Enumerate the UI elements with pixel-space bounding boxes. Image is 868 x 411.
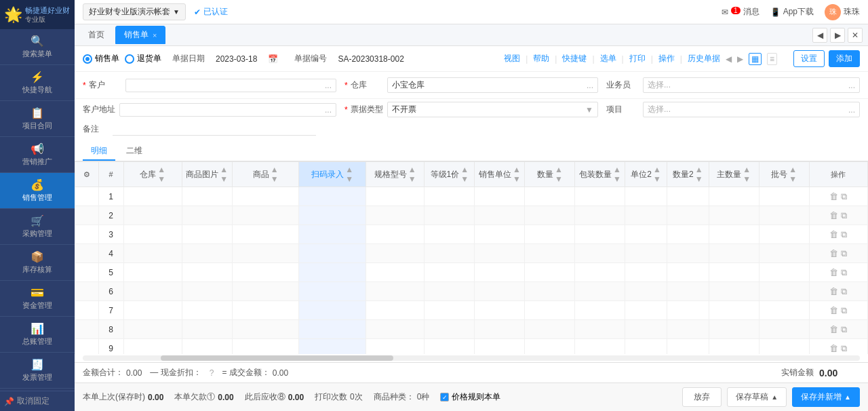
cell-mainqty-8[interactable] (709, 339, 759, 355)
cell-product-3[interactable] (232, 244, 299, 263)
sidebar-item-1[interactable]: ⚡快捷导航 (0, 65, 75, 101)
radio-return[interactable]: 退货单 (125, 53, 161, 64)
cell-pkgqty-2[interactable] (575, 225, 625, 244)
cell-warehouse-1[interactable] (123, 206, 182, 225)
cell-qty-2[interactable] (525, 225, 575, 244)
cell-qty2-2[interactable] (667, 225, 709, 244)
tab-close-btn[interactable]: ✕ (848, 28, 863, 43)
cell-mainqty-6[interactable] (709, 301, 759, 320)
cell-barcode-8[interactable] (299, 339, 366, 355)
cell-pkgqty-1[interactable] (575, 206, 625, 225)
cell-qty-6[interactable] (525, 301, 575, 320)
cell-qty-5[interactable] (525, 282, 575, 301)
th-mainqty[interactable]: 主数量▲▼ (709, 162, 759, 187)
cell-mainqty-4[interactable] (709, 263, 759, 282)
note-input[interactable] (113, 123, 316, 136)
cell-unit2-4[interactable] (625, 263, 667, 282)
copy-icon-2[interactable]: ⧉ (841, 229, 847, 240)
cell-ops-6[interactable]: 🗑 ⧉ (809, 301, 867, 320)
cell-qty2-0[interactable] (667, 187, 709, 206)
sidebar-item-9[interactable]: 🧾发票管理 (0, 353, 75, 389)
print-link[interactable]: 打印 (629, 53, 646, 64)
cell-spec-2[interactable] (366, 225, 425, 244)
delete-icon-7[interactable]: 🗑 (829, 324, 838, 334)
th-batch[interactable]: 批号▲▼ (759, 162, 809, 187)
help-icon[interactable]: ? (210, 368, 214, 378)
cell-warehouse-4[interactable] (123, 263, 182, 282)
delete-icon-4[interactable]: 🗑 (829, 267, 838, 277)
cell-barcode-5[interactable] (299, 282, 366, 301)
horizontal-scrollbar[interactable] (83, 355, 860, 361)
list-view-icon[interactable]: ≡ (767, 53, 777, 65)
cell-unit-4[interactable] (475, 263, 525, 282)
cell-qty2-3[interactable] (667, 244, 709, 263)
cell-qty-3[interactable] (525, 244, 575, 263)
cell-price-3[interactable] (425, 244, 475, 263)
delete-icon-2[interactable]: 🗑 (829, 229, 838, 239)
cell-qty-8[interactable] (525, 339, 575, 355)
cell-warehouse-7[interactable] (123, 320, 182, 339)
cell-product-6[interactable] (232, 301, 299, 320)
cell-unit-1[interactable] (475, 206, 525, 225)
cell-warehouse-6[interactable] (123, 301, 182, 320)
cell-qty-0[interactable] (525, 187, 575, 206)
cell-img-1[interactable] (182, 206, 232, 225)
price-check[interactable]: 价格规则本单 (440, 391, 500, 403)
cell-unit2-8[interactable] (625, 339, 667, 355)
warehouse-dots-icon[interactable]: ... (587, 81, 593, 90)
cell-qty2-1[interactable] (667, 206, 709, 225)
cell-price-0[interactable] (425, 187, 475, 206)
sidebar-item-8[interactable]: 📊总账管理 (0, 317, 75, 353)
cell-pkgqty-7[interactable] (575, 320, 625, 339)
cell-mainqty-1[interactable] (709, 206, 759, 225)
customer-dots-icon[interactable]: ... (325, 81, 332, 90)
cell-warehouse-8[interactable] (123, 339, 182, 355)
tab-prev-btn[interactable]: ◀ (812, 28, 827, 43)
delete-icon-6[interactable]: 🗑 (829, 305, 838, 315)
cell-warehouse-5[interactable] (123, 282, 182, 301)
cell-batch-3[interactable] (759, 244, 809, 263)
radio-sales[interactable]: 销售单 (83, 53, 119, 64)
cell-mainqty-2[interactable] (709, 225, 759, 244)
set-button[interactable]: 设置 (793, 50, 825, 67)
cell-unit-7[interactable] (475, 320, 525, 339)
sub-tab-2d[interactable]: 二维 (118, 142, 151, 161)
cell-img-3[interactable] (182, 244, 232, 263)
cell-img-7[interactable] (182, 320, 232, 339)
staff-dots-icon[interactable]: ... (848, 81, 855, 90)
cell-price-4[interactable] (425, 263, 475, 282)
cell-batch-8[interactable] (759, 339, 809, 355)
cell-product-5[interactable] (232, 282, 299, 301)
cell-warehouse-2[interactable] (123, 225, 182, 244)
copy-icon-4[interactable]: ⧉ (841, 267, 847, 278)
cell-product-8[interactable] (232, 339, 299, 355)
cell-warehouse-0[interactable] (123, 187, 182, 206)
cell-qty2-6[interactable] (667, 301, 709, 320)
project-input[interactable]: 选择... ... (643, 102, 860, 117)
th-unit[interactable]: 销售单位▲▼ (475, 162, 525, 187)
nav-arrow-right[interactable]: ▶ (737, 54, 743, 64)
th-spec[interactable]: 规格型号▲▼ (366, 162, 425, 187)
cell-price-5[interactable] (425, 282, 475, 301)
delete-icon-8[interactable]: 🗑 (829, 343, 838, 353)
sidebar-item-0[interactable]: 🔍搜索菜单 (0, 29, 75, 65)
cell-batch-4[interactable] (759, 263, 809, 282)
th-qty2[interactable]: 数量2▲▼ (667, 162, 709, 187)
table-view-icon[interactable]: ▦ (749, 53, 762, 65)
tab-sales-order[interactable]: 销售单 × (115, 26, 165, 44)
cell-qty2-8[interactable] (667, 339, 709, 355)
sidebar-bottom[interactable]: 📌 取消固定 (0, 391, 75, 411)
copy-icon-3[interactable]: ⧉ (841, 248, 847, 259)
cell-ops-0[interactable]: 🗑 ⧉ (809, 187, 867, 206)
price-checkbox[interactable] (440, 393, 449, 402)
save-draft-arrow-icon[interactable]: ▲ (771, 393, 778, 401)
cell-spec-0[interactable] (366, 187, 425, 206)
th-barcode[interactable]: 扫码录入▲▼ (299, 162, 366, 187)
cell-batch-7[interactable] (759, 320, 809, 339)
customer-input[interactable]: ... (125, 79, 336, 92)
cell-unit2-3[interactable] (625, 244, 667, 263)
tab-close-icon[interactable]: × (153, 31, 157, 39)
cell-mainqty-7[interactable] (709, 320, 759, 339)
order-date-value[interactable]: 2023-03-18 (216, 54, 257, 64)
th-price[interactable]: 等级1价▲▼ (425, 162, 475, 187)
